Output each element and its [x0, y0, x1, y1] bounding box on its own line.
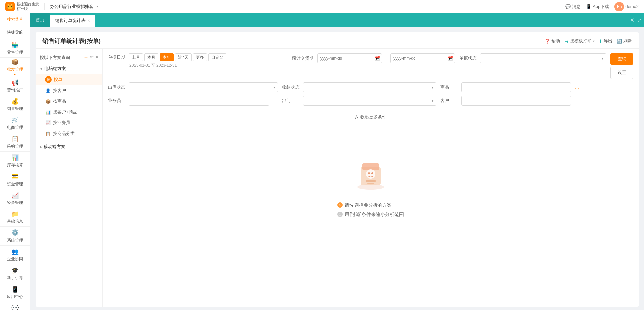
salesperson-input[interactable] [129, 96, 269, 106]
goods-more-icon[interactable]: … [574, 84, 580, 90]
last-month-btn[interactable]: 上月 [129, 53, 143, 61]
filter-mobile-category[interactable]: ▶ 移动端方案 [36, 142, 102, 152]
quick-nav[interactable]: 快捷导航 [0, 26, 30, 39]
sidebar-item-sales[interactable]: 💰 销售管理 [0, 95, 30, 114]
page-container: 销售订单统计表(按单) ❓ 帮助 🖨 按模板打印 ▾ ⬇ 导出 🔄 刷新 [36, 32, 639, 307]
collapse-chevron-icon: ⋀ [355, 115, 358, 119]
customer-input[interactable] [461, 96, 571, 106]
sidebar-item-inventory[interactable]: 📊 库存核算 [0, 152, 30, 170]
window-close-button[interactable]: ✕ [630, 17, 634, 23]
collapse-btn[interactable]: ⋀ 收起更多条件 [352, 111, 389, 123]
app-center-icon: 📱 [11, 286, 19, 293]
add-scheme-button[interactable]: + [84, 54, 88, 61]
dept-select[interactable] [303, 96, 437, 106]
salesperson-more-icon[interactable]: … [273, 98, 278, 104]
sidebar-label-marketing: 营销推广 [7, 87, 23, 93]
sidebar-item-wholesale[interactable]: 📦 批发管理 ▲ [0, 58, 30, 76]
print-dropdown-icon[interactable]: ▾ [593, 39, 595, 43]
app-download-button[interactable]: 📱 App下载 [586, 4, 609, 10]
msg-button[interactable]: 💬 消息 [565, 4, 581, 10]
tab-close-icon[interactable]: × [88, 18, 90, 23]
tip-text-2: 用[过滤]条件来缩小分析范围 [345, 210, 404, 219]
this-month-btn[interactable]: 本月 [144, 53, 158, 61]
tip-item-2: ② 用[过滤]条件来缩小分析范围 [337, 210, 404, 219]
corp-icon: 👥 [11, 248, 19, 255]
last7-btn[interactable]: 近7天 [175, 53, 192, 61]
ship-status-select[interactable] [129, 82, 278, 92]
page-title: 销售订单统计表(按单) [42, 37, 101, 45]
tab-sales-order[interactable]: 销售订单统计表 × [50, 15, 95, 27]
chevron-up-icon: ▲ [13, 72, 16, 76]
empty-tips: ① 请先选择要分析的方案 ② 用[过滤]条件来缩小分析范围 [337, 200, 404, 219]
sidebar-item-basic[interactable]: 📁 基础信息 [0, 208, 30, 227]
sidebar-item-purchase[interactable]: 📋 采购管理 [0, 133, 30, 152]
active-indicator: 按 [45, 76, 52, 83]
search-menu[interactable]: 搜索菜单 [0, 13, 30, 26]
refresh-button[interactable]: 🔄 刷新 [616, 38, 632, 44]
query-button[interactable]: 查询 [610, 53, 633, 65]
tab-bar-actions: ✕ ⤢ [630, 17, 644, 23]
sidebar-item-retail[interactable]: 🏪 零售管理 [0, 39, 30, 58]
filter-pc-category[interactable]: ▼ 电脑端方案 [36, 64, 102, 74]
page-header: 销售订单统计表(按单) ❓ 帮助 🖨 按模板打印 ▾ ⬇ 导出 🔄 刷新 [36, 32, 639, 49]
sidebar-label-app-center: 应用中心 [7, 294, 23, 300]
window-expand-button[interactable]: ⤢ [637, 17, 641, 23]
avatar: Ea [614, 2, 624, 11]
top-bar: 🐱 畅捷通好生意 标准版 办公用品行业模拟账套 ▾ 💬 消息 📱 App下载 E… [0, 0, 644, 13]
customer-scheme-icon: 👤 [45, 88, 51, 94]
refresh-icon: 🔄 [616, 39, 622, 44]
settings-button[interactable]: 设置 [610, 67, 633, 79]
download-icon: 📱 [586, 4, 591, 9]
sidebar-item-operations[interactable]: 📈 经营管理 [0, 189, 30, 208]
expected-date-to-input[interactable] [390, 53, 455, 63]
expected-date-label: 预计交货期 [292, 55, 315, 61]
tab-home[interactable]: 首页 [30, 13, 50, 27]
right-content: 单据日期 上月 本月 本年 近7天 更多 自定义 [103, 49, 639, 307]
sidebar-item-new-guide[interactable]: 🎓 新手引导 [0, 264, 30, 283]
collapse-sidebar-button[interactable]: « [96, 54, 98, 61]
guide-icon: 🎓 [11, 267, 19, 274]
filter-item-by-product[interactable]: 📦 按商品 [36, 96, 102, 107]
dept-group: 部门 ▾ [282, 96, 437, 106]
sidebar-item-corp[interactable]: 👥 企业协同 [0, 246, 30, 264]
sidebar-item-ecommerce[interactable]: 🛒 电商管理 [0, 114, 30, 133]
filter-item-label-by-category: 按商品分类 [53, 131, 75, 137]
inventory-icon: 📊 [11, 154, 19, 161]
filter-item-by-cust-prod[interactable]: 📊 按客户+商品 [36, 107, 102, 117]
filter-item-by-order[interactable]: 按 按单 [36, 74, 102, 85]
sidebar-label-inventory: 库存核算 [7, 162, 23, 168]
logo-area: 🐱 畅捷通好生意 标准版 [5, 2, 39, 11]
dept-label: 部门 [282, 98, 301, 104]
svg-rect-6 [366, 180, 376, 182]
filter-sidebar-header: 按以下方案查询 + ✏ « [36, 53, 102, 64]
more-btn[interactable]: 更多 [193, 53, 207, 61]
filter-item-by-category[interactable]: 📋 按商品分类 [36, 128, 102, 139]
expected-date-from-input[interactable] [317, 53, 382, 63]
sidebar-label-basic: 基础信息 [7, 219, 23, 224]
this-year-btn[interactable]: 本年 [160, 53, 174, 61]
doc-status-select-wrap: ▾ [480, 53, 606, 63]
print-button[interactable]: 🖨 按模板打印 ▾ [564, 38, 595, 44]
title-dropdown[interactable]: ▾ [96, 4, 98, 9]
filter-item-by-customer[interactable]: 👤 按客户 [36, 85, 102, 96]
help-button[interactable]: ❓ 帮助 [545, 38, 560, 44]
sidebar-item-app-center[interactable]: 📱 应用中心 [0, 283, 30, 302]
filter-form: 单据日期 上月 本月 本年 近7天 更多 自定义 [103, 49, 639, 126]
filter-item-by-salesperson[interactable]: 📈 按业务员 [36, 117, 102, 128]
goods-input[interactable] [461, 82, 571, 92]
user-menu[interactable]: Ea demo2 [614, 2, 639, 11]
sidebar-item-finance[interactable]: 💳 资金管理 [0, 170, 30, 189]
category-scheme-icon: 📋 [45, 131, 51, 137]
sidebar-item-marketing[interactable]: 📢 营销推广 [0, 76, 30, 95]
customer-more-icon[interactable]: … [574, 98, 580, 104]
doc-status-group: 单据状态 ▾ [459, 53, 606, 63]
payment-status-select[interactable] [303, 82, 437, 92]
top-bar-left: 🐱 畅捷通好生意 标准版 办公用品行业模拟账套 ▾ [5, 2, 98, 11]
sidebar-item-system[interactable]: ⚙️ 系统管理 [0, 227, 30, 246]
export-button[interactable]: ⬇ 导出 [599, 38, 612, 44]
basic-icon: 📁 [11, 210, 19, 218]
doc-status-select[interactable] [480, 53, 606, 63]
custom-btn[interactable]: 自定义 [208, 53, 226, 61]
edit-scheme-button[interactable]: ✏ [90, 54, 94, 61]
sidebar-item-wechat[interactable]: 💬 企业微信 [0, 302, 30, 310]
